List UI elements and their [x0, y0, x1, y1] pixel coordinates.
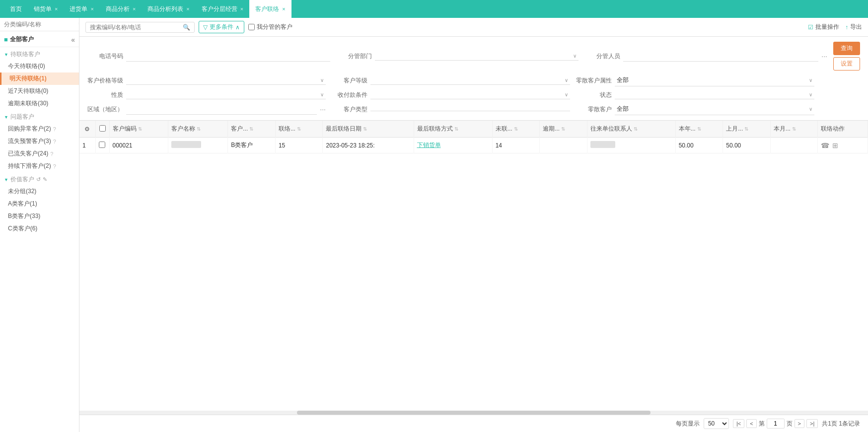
- next-page-btn[interactable]: >: [795, 419, 804, 428]
- filter-payment-select[interactable]: ∨: [370, 90, 570, 99]
- row-checkbox[interactable]: [95, 138, 109, 153]
- sidebar-item-ungrouped[interactable]: 未分组(32): [0, 185, 79, 198]
- action-phone-icon[interactable]: ☎: [821, 142, 829, 149]
- batch-op-btn[interactable]: ☑ 批量操作: [808, 23, 839, 31]
- sidebar-item-7days[interactable]: 近7天待联络(0): [0, 85, 79, 97]
- nav-product-analysis[interactable]: 商品分析 ×: [100, 0, 142, 18]
- sidebar-collapse-icon[interactable]: «: [71, 36, 75, 44]
- prev-page-btn[interactable]: <: [746, 419, 756, 428]
- nav-purchase-order-close[interactable]: ×: [90, 6, 93, 12]
- sort-icon-person[interactable]: ⇅: [634, 126, 638, 132]
- sidebar: 🔍 ■ 全部客户 « 待联络客户 今天待联络(0) 明天待联络(1) 近7天待联…: [0, 18, 79, 432]
- filter-manager-dots[interactable]: ···: [821, 52, 827, 60]
- filter-payment: 收付款条件 ∨: [332, 90, 570, 99]
- set-button[interactable]: 设置: [833, 57, 860, 71]
- filter-region-input[interactable]: [126, 104, 317, 115]
- sidebar-all-customers[interactable]: ■ 全部客户 «: [0, 31, 79, 47]
- filter-dept: 分管部门 ∨: [336, 52, 579, 61]
- row-last-month: 50.00: [723, 138, 771, 153]
- last-page-btn[interactable]: >|: [806, 419, 818, 428]
- nav-customer-contact[interactable]: 客户联络 ×: [249, 0, 291, 18]
- content-area: 🔍 ▽ 更多条件 ∧ 我分管的客户 ☑ 批量操作 ↑ 导出: [79, 18, 868, 432]
- sort-icon-type[interactable]: ⇅: [249, 126, 253, 132]
- sort-icon-overdue[interactable]: ⇅: [561, 126, 565, 132]
- help-icon-3[interactable]: ?: [53, 163, 56, 169]
- nav-customer-contact-close[interactable]: ×: [282, 6, 285, 12]
- row-customer-type: B类客户: [228, 138, 276, 153]
- filter-customer-type-select[interactable]: [370, 108, 570, 111]
- nav-sales-order-close[interactable]: ×: [55, 6, 58, 12]
- row-last-method[interactable]: 下销货单: [414, 138, 492, 153]
- filter-status-select[interactable]: ∨: [615, 90, 814, 99]
- sort-icon-method[interactable]: ⇅: [454, 126, 458, 132]
- row-code: 000021: [109, 138, 168, 153]
- value-edit-icon[interactable]: ✎: [43, 176, 47, 183]
- select-all-checkbox[interactable]: [99, 125, 106, 132]
- filter-retail-select[interactable]: 全部 ∨: [615, 103, 814, 115]
- search-icon[interactable]: 🔍: [183, 24, 190, 31]
- filter-customer-type: 客户类型: [332, 105, 570, 114]
- search-input[interactable]: [90, 24, 183, 31]
- query-button[interactable]: 查询: [833, 42, 860, 55]
- nav-home[interactable]: 首页: [4, 0, 28, 18]
- chevron-up-icon: ∧: [235, 24, 240, 31]
- sidebar-pending-section: 待联络客户: [0, 47, 79, 60]
- row-name: [168, 138, 228, 153]
- sidebar-search-input[interactable]: [4, 21, 78, 28]
- nav-product-analysis-list[interactable]: 商品分析列表 ×: [142, 0, 195, 18]
- horizontal-scrollbar[interactable]: [179, 411, 769, 415]
- value-refresh-icon[interactable]: ↺: [36, 176, 41, 183]
- filter-region-dots[interactable]: ···: [320, 105, 326, 113]
- sidebar-item-churned[interactable]: 已流失客户(24) ?: [0, 147, 79, 160]
- page-input[interactable]: [767, 419, 785, 429]
- nav-product-analysis-close[interactable]: ×: [133, 6, 136, 12]
- per-page-select[interactable]: 50 100 200: [704, 418, 729, 429]
- sort-icon-uncontacted[interactable]: ⇅: [514, 126, 518, 132]
- filter-phone-input[interactable]: [126, 51, 330, 62]
- sidebar-item-churn-warning[interactable]: 流失预警客户(3) ?: [0, 135, 79, 147]
- filter-customer-level-select[interactable]: ∨: [370, 76, 570, 85]
- action-grid-icon[interactable]: ⊞: [832, 142, 838, 149]
- sidebar-item-tomorrow[interactable]: 明天待联络(1): [0, 72, 79, 85]
- help-icon-2[interactable]: ?: [50, 151, 53, 157]
- sort-icon-code[interactable]: ⇅: [138, 126, 142, 132]
- row-check-input[interactable]: [99, 142, 105, 148]
- help-icon-1[interactable]: ?: [53, 139, 56, 144]
- scrollbar-thumb[interactable]: [297, 411, 651, 415]
- sort-icon-month[interactable]: ⇅: [792, 126, 796, 132]
- sidebar-item-c-customers[interactable]: C类客户(6): [0, 222, 79, 235]
- sidebar-item-a-customers[interactable]: A类客户(1): [0, 198, 79, 210]
- sidebar-item-overdue[interactable]: 逾期未联络(30): [0, 97, 79, 110]
- sort-icon-lastmonth[interactable]: ⇅: [744, 126, 748, 132]
- my-customers-check-input[interactable]: [248, 24, 255, 30]
- my-customers-checkbox[interactable]: 我分管的客户: [248, 23, 292, 31]
- more-filters-btn[interactable]: ▽ 更多条件 ∧: [199, 21, 244, 33]
- th-settings[interactable]: ⚙: [79, 121, 95, 138]
- filter-price-level-select[interactable]: ∨: [126, 76, 326, 85]
- filter-retail-attr-select[interactable]: 全部 ∨: [615, 74, 814, 86]
- nav-sales-order[interactable]: 销货单 ×: [28, 0, 64, 18]
- sidebar-item-b-customers[interactable]: B类客户(33): [0, 210, 79, 222]
- row-index: 1: [79, 138, 95, 153]
- nav-customer-tier-close[interactable]: ×: [240, 6, 243, 12]
- filter-dept-select[interactable]: ∨: [375, 52, 579, 61]
- nav-product-analysis-list-close[interactable]: ×: [186, 6, 189, 12]
- sort-icon-name[interactable]: ⇅: [197, 126, 201, 132]
- filter-nature-select[interactable]: ∨: [126, 90, 326, 99]
- table-header-row: ⚙ 客户编码⇅ 客户名称⇅ 客户...⇅ 联络...⇅ 最后联络日期⇅ 最后联络…: [79, 121, 868, 138]
- filter-manager-input[interactable]: [623, 51, 818, 62]
- nav-purchase-order[interactable]: 进货单 ×: [64, 0, 99, 18]
- th-customer-name: 客户名称⇅: [168, 121, 228, 138]
- th-checkbox[interactable]: [95, 121, 109, 138]
- sidebar-item-declining[interactable]: 持续下滑客户(2) ?: [0, 160, 79, 172]
- sort-icon-date[interactable]: ⇅: [363, 126, 367, 132]
- sort-icon-year[interactable]: ⇅: [697, 126, 701, 132]
- sidebar-item-today[interactable]: 今天待联络(0): [0, 60, 79, 72]
- nav-customer-tier[interactable]: 客户分层经营 ×: [196, 0, 249, 18]
- sort-icon-contact[interactable]: ⇅: [297, 126, 301, 132]
- sidebar-item-repurchase-abnormal[interactable]: 回购异常客户(2) ?: [0, 123, 79, 135]
- th-contact-person: 往来单位联系人⇅: [587, 121, 675, 138]
- export-btn[interactable]: ↑ 导出: [845, 23, 862, 31]
- help-icon-0[interactable]: ?: [53, 126, 56, 132]
- first-page-btn[interactable]: |<: [733, 419, 744, 428]
